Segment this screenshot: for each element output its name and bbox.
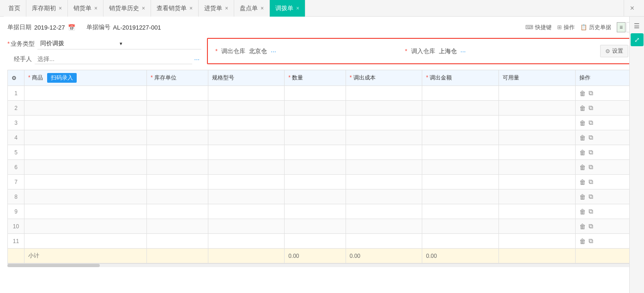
delete-icon-11[interactable]: 🗑 <box>579 238 586 245</box>
copy-icon-3[interactable]: ⧉ <box>589 119 593 127</box>
row-avail-3[interactable] <box>498 116 575 130</box>
row-cost-11[interactable] <box>346 234 422 249</box>
delete-icon-2[interactable]: 🗑 <box>579 104 586 112</box>
row-amount-7[interactable] <box>422 175 499 189</box>
row-cost-8[interactable] <box>346 189 422 204</box>
warehouse-in-ellipsis-btn[interactable]: ··· <box>461 48 466 55</box>
delete-icon-6[interactable]: 🗑 <box>579 164 586 171</box>
row-amount-2[interactable] <box>422 101 499 116</box>
copy-icon-7[interactable]: ⧉ <box>589 178 593 186</box>
delete-icon-4[interactable]: 🗑 <box>579 134 586 141</box>
row-product-6[interactable] <box>24 160 147 175</box>
row-unit-8[interactable] <box>147 189 208 204</box>
row-spec-6[interactable] <box>208 160 285 175</box>
row-cost-1[interactable] <box>346 86 422 101</box>
layout-btn-list[interactable]: ≡ <box>617 22 626 32</box>
row-product-3[interactable] <box>24 116 147 130</box>
row-spec-10[interactable] <box>208 219 285 234</box>
calendar-icon[interactable]: 📅 <box>68 24 75 31</box>
row-cost-9[interactable] <box>346 204 422 219</box>
copy-icon-9[interactable]: ⧉ <box>589 208 593 215</box>
sidebar-list-icon[interactable]: ☰ <box>631 19 644 32</box>
delete-icon-9[interactable]: 🗑 <box>579 208 586 215</box>
row-cost-3[interactable] <box>346 116 422 130</box>
row-avail-11[interactable] <box>498 234 575 249</box>
row-amount-10[interactable] <box>422 219 499 234</box>
row-avail-2[interactable] <box>498 101 575 116</box>
row-spec-5[interactable] <box>208 145 285 160</box>
row-amount-4[interactable] <box>422 130 499 145</box>
delete-icon-3[interactable]: 🗑 <box>579 119 586 127</box>
row-qty-11[interactable] <box>285 234 346 249</box>
row-spec-2[interactable] <box>208 101 285 116</box>
row-product-5[interactable] <box>24 145 147 160</box>
row-unit-1[interactable] <box>147 86 208 101</box>
row-product-7[interactable] <box>24 175 147 189</box>
row-amount-6[interactable] <box>422 160 499 175</box>
row-qty-8[interactable] <box>285 189 346 204</box>
row-cost-2[interactable] <box>346 101 422 116</box>
row-qty-4[interactable] <box>285 130 346 145</box>
tab-purchase-close[interactable]: × <box>225 5 228 12</box>
tab-stocktake[interactable]: 盘点单 × <box>234 0 270 17</box>
row-spec-7[interactable] <box>208 175 285 189</box>
row-qty-6[interactable] <box>285 160 346 175</box>
row-product-2[interactable] <box>24 101 147 116</box>
copy-icon-11[interactable]: ⧉ <box>589 237 593 245</box>
row-product-10[interactable] <box>24 219 147 234</box>
row-cost-5[interactable] <box>346 145 422 160</box>
copy-icon-5[interactable]: ⧉ <box>589 148 593 156</box>
delete-icon-1[interactable]: 🗑 <box>579 90 586 97</box>
row-spec-11[interactable] <box>208 234 285 249</box>
tab-view-sales[interactable]: 查看销货单 × <box>151 0 199 17</box>
tab-sales-history[interactable]: 销货单历史 × <box>103 0 151 17</box>
tab-view-sales-close[interactable]: × <box>189 5 193 12</box>
row-avail-5[interactable] <box>498 145 575 160</box>
row-amount-3[interactable] <box>422 116 499 130</box>
tab-home[interactable]: 首页 <box>4 0 26 17</box>
tab-inventory-init[interactable]: 库存期初 × <box>26 0 68 17</box>
row-unit-4[interactable] <box>147 130 208 145</box>
row-unit-3[interactable] <box>147 116 208 130</box>
copy-icon-8[interactable]: ⧉ <box>589 193 593 201</box>
handler-input[interactable] <box>35 54 192 64</box>
tab-transfer-close[interactable]: × <box>296 5 299 12</box>
row-spec-4[interactable] <box>208 130 285 145</box>
row-spec-3[interactable] <box>208 116 285 130</box>
row-product-9[interactable] <box>24 204 147 219</box>
row-product-11[interactable] <box>24 234 147 249</box>
settings-button[interactable]: ⚙ 设置 <box>600 45 628 57</box>
row-avail-8[interactable] <box>498 189 575 204</box>
row-qty-10[interactable] <box>285 219 346 234</box>
row-cost-6[interactable] <box>346 160 422 175</box>
row-amount-5[interactable] <box>422 145 499 160</box>
row-spec-9[interactable] <box>208 204 285 219</box>
row-unit-6[interactable] <box>147 160 208 175</box>
tab-sales-history-close[interactable]: × <box>142 5 145 12</box>
warehouse-out-ellipsis-btn[interactable]: ··· <box>271 48 276 55</box>
row-cost-4[interactable] <box>346 130 422 145</box>
row-qty-7[interactable] <box>285 175 346 189</box>
row-amount-11[interactable] <box>422 234 499 249</box>
history-btn[interactable]: 📋 历史单据 <box>580 24 611 31</box>
copy-icon-4[interactable]: ⧉ <box>589 134 593 141</box>
tab-transfer[interactable]: 调拨单 × <box>270 0 305 17</box>
row-amount-9[interactable] <box>422 204 499 219</box>
delete-icon-8[interactable]: 🗑 <box>579 193 586 201</box>
scan-input-btn[interactable]: 扫码录入 <box>47 73 77 83</box>
row-unit-11[interactable] <box>147 234 208 249</box>
row-unit-2[interactable] <box>147 101 208 116</box>
handler-ellipsis-btn[interactable]: ··· <box>192 55 201 63</box>
horizontal-scrollbar[interactable] <box>7 263 637 267</box>
tab-stocktake-close[interactable]: × <box>261 5 264 12</box>
tab-sales-order[interactable]: 销货单 × <box>68 0 103 17</box>
delete-icon-10[interactable]: 🗑 <box>579 223 586 230</box>
operations-btn[interactable]: ⊞ 操作 <box>557 24 575 31</box>
th-gear[interactable]: ⚙ <box>8 70 24 86</box>
quick-keys-btn[interactable]: ⌨ 快捷键 <box>525 24 552 31</box>
business-type-select[interactable]: 同价调拨 ▾ <box>37 38 201 49</box>
window-close-button[interactable]: × <box>624 0 640 17</box>
row-amount-1[interactable] <box>422 86 499 101</box>
row-avail-1[interactable] <box>498 86 575 101</box>
row-avail-7[interactable] <box>498 175 575 189</box>
